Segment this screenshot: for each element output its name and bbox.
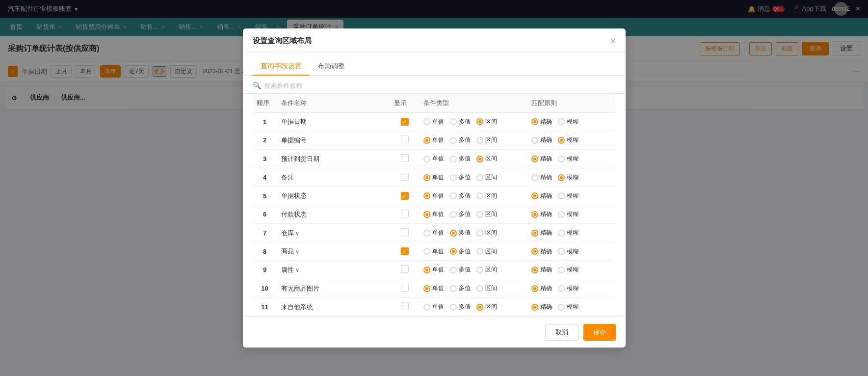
- th-cond-name: 条件名称: [277, 94, 390, 113]
- modal-tab-query[interactable]: 查询字段设置: [253, 58, 310, 76]
- modal-search-bar: 🔍: [243, 76, 626, 94]
- modal-tab-layout[interactable]: 布局调整: [310, 58, 353, 76]
- modal-overlay: 设置查询区域布局 × 查询字段设置 布局调整 🔍 顺序 条件名称 显示 条件类型: [0, 0, 868, 114]
- modal-header: 设置查询区域布局 ×: [243, 28, 626, 52]
- row-show-cell: [390, 113, 420, 114]
- th-cond-type: 条件类型: [420, 94, 527, 113]
- th-show: 显示: [390, 94, 420, 113]
- modal-close-button[interactable]: ×: [610, 37, 616, 46]
- th-order: 顺序: [253, 94, 277, 113]
- table-row: 1单据日期单值多值区间精确模糊: [253, 113, 616, 114]
- modal-tabs: 查询字段设置 布局调整: [243, 52, 626, 76]
- modal-title: 设置查询区域布局: [253, 36, 312, 46]
- modal-table: 顺序 条件名称 显示 条件类型 匹配原则 1单据日期单值多值区间精确模糊2单据编…: [243, 94, 626, 114]
- th-match: 匹配原则: [527, 94, 616, 113]
- search-input[interactable]: [264, 82, 362, 89]
- row-order: 1: [253, 113, 277, 114]
- row-type-cell: 单值多值区间: [420, 113, 527, 114]
- modal: 设置查询区域布局 × 查询字段设置 布局调整 🔍 顺序 条件名称 显示 条件类型: [243, 28, 626, 114]
- search-icon: 🔍: [253, 81, 261, 89]
- row-match-cell: 精确模糊: [527, 113, 616, 114]
- row-name: 单据日期: [277, 113, 390, 114]
